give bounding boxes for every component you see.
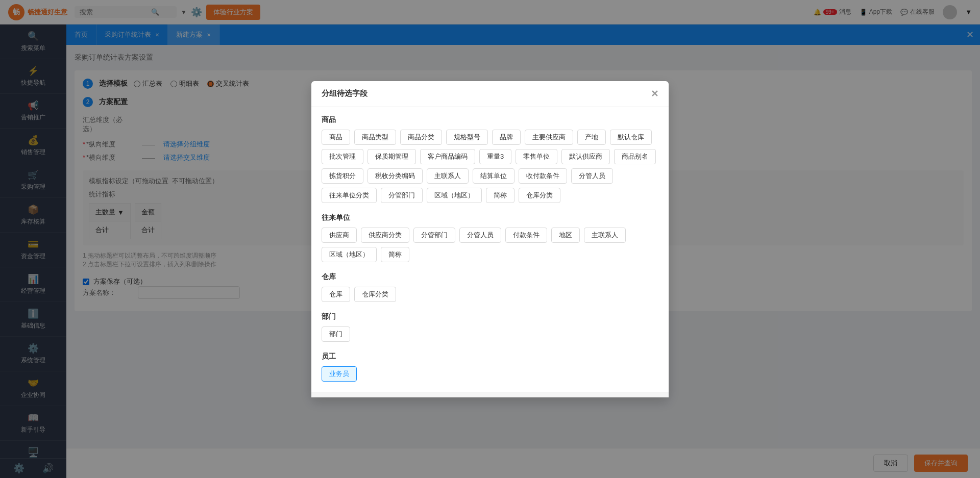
field-department[interactable]: 部门 (322, 326, 350, 342)
field-main-contact[interactable]: 主联系人 (427, 168, 469, 184)
modal-overlay: 分组待选字段 ✕ 商品 商品 商品类型 商品分类 规格型号 品牌 主要供应商 产… (0, 0, 980, 478)
section-employee: 员工 业务员 (322, 352, 658, 382)
field-retail-unit[interactable]: 零售单位 (516, 149, 557, 164)
field-goods-type[interactable]: 商品类型 (354, 130, 396, 145)
field-settle-unit[interactable]: 结算单位 (473, 168, 514, 184)
field-batch-mgmt[interactable]: 批次管理 (322, 149, 363, 164)
modal-scroll-bottom (311, 392, 669, 397)
modal-title: 分组待选字段 (322, 89, 368, 98)
warehouse-fields: 仓库 仓库分类 (322, 287, 658, 302)
field-payment-terms[interactable]: 收付款条件 (519, 168, 567, 184)
field-short-name-goods[interactable]: 简称 (486, 188, 514, 203)
field-supplier-category[interactable]: 供应商分类 (361, 228, 409, 243)
field-expiry-mgmt[interactable]: 保质期管理 (368, 149, 416, 164)
field-customer-code[interactable]: 客户商品编码 (420, 149, 475, 164)
department-fields: 部门 (322, 326, 658, 342)
field-short-name-partner[interactable]: 简称 (381, 247, 409, 262)
field-manage-person[interactable]: 分管人员 (459, 228, 501, 243)
employee-fields: 业务员 (322, 366, 658, 382)
field-pick-score[interactable]: 拣货积分 (322, 168, 363, 184)
field-warehouse-category-goods[interactable]: 仓库分类 (519, 188, 560, 203)
section-department: 部门 部门 (322, 312, 658, 342)
field-warehouse-category[interactable]: 仓库分类 (354, 287, 396, 302)
field-region-partner[interactable]: 区域（地区） (322, 247, 377, 262)
section-goods: 商品 商品 商品类型 商品分类 规格型号 品牌 主要供应商 产地 默认仓库 批次… (322, 115, 658, 203)
goods-fields: 商品 商品类型 商品分类 规格型号 品牌 主要供应商 产地 默认仓库 批次管理 … (322, 130, 658, 203)
field-weight3[interactable]: 重量3 (479, 149, 511, 164)
field-goods-category[interactable]: 商品分类 (400, 130, 442, 145)
field-region-goods[interactable]: 区域（地区） (427, 188, 482, 203)
modal-dialog: 分组待选字段 ✕ 商品 商品 商品类型 商品分类 规格型号 品牌 主要供应商 产… (311, 81, 669, 397)
field-manager-person[interactable]: 分管人员 (571, 168, 613, 184)
field-main-contact-partner[interactable]: 主联系人 (584, 228, 626, 243)
field-origin[interactable]: 产地 (577, 130, 606, 145)
field-brand[interactable]: 品牌 (492, 130, 521, 145)
section-department-title: 部门 (322, 312, 658, 321)
field-spec-model[interactable]: 规格型号 (446, 130, 488, 145)
section-goods-title: 商品 (322, 115, 658, 124)
section-employee-title: 员工 (322, 352, 658, 361)
field-area[interactable]: 地区 (551, 228, 580, 243)
field-dept[interactable]: 分管部门 (381, 188, 423, 203)
field-payment-cond[interactable]: 付款条件 (505, 228, 547, 243)
field-main-supplier[interactable]: 主要供应商 (525, 130, 573, 145)
field-manage-dept[interactable]: 分管部门 (413, 228, 455, 243)
section-partner: 往来单位 供应商 供应商分类 分管部门 分管人员 付款条件 地区 主联系人 区域… (322, 213, 658, 262)
field-goods[interactable]: 商品 (322, 130, 350, 145)
field-partner-category[interactable]: 往来单位分类 (322, 188, 377, 203)
modal-body: 商品 商品 商品类型 商品分类 规格型号 品牌 主要供应商 产地 默认仓库 批次… (311, 107, 669, 392)
section-partner-title: 往来单位 (322, 213, 658, 222)
section-warehouse-title: 仓库 (322, 272, 658, 282)
field-warehouse[interactable]: 仓库 (322, 287, 350, 302)
partner-fields: 供应商 供应商分类 分管部门 分管人员 付款条件 地区 主联系人 区域（地区） … (322, 228, 658, 262)
modal-close-button[interactable]: ✕ (651, 88, 658, 99)
modal-header: 分组待选字段 ✕ (311, 81, 669, 107)
field-default-supplier[interactable]: 默认供应商 (561, 149, 610, 164)
section-warehouse: 仓库 仓库 仓库分类 (322, 272, 658, 302)
field-tax-code[interactable]: 税收分类编码 (368, 168, 423, 184)
field-default-warehouse[interactable]: 默认仓库 (610, 130, 652, 145)
field-goods-alias[interactable]: 商品别名 (614, 149, 656, 164)
field-supplier[interactable]: 供应商 (322, 228, 357, 243)
field-salesperson[interactable]: 业务员 (322, 366, 357, 382)
